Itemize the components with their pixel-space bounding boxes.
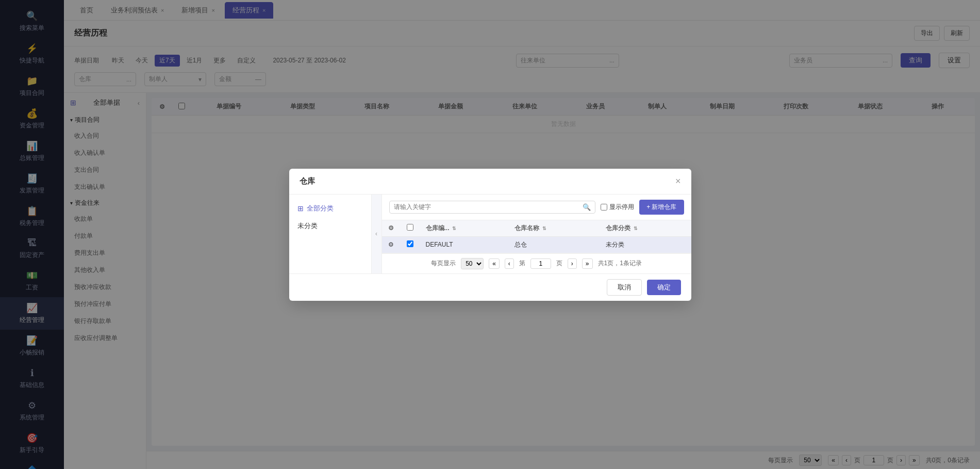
modal-total-label: 共1页，1条记录 — [598, 259, 642, 268]
modal-main: 🔍 显示停用 + 新增仓库 ⚙ — [382, 195, 691, 273]
row-name-cell: 总仓 — [508, 236, 600, 253]
modal-page-input[interactable] — [530, 258, 551, 269]
modal-sidebar-collapse-btn[interactable]: ‹ — [372, 195, 382, 273]
modal-col-code[interactable]: 仓库编... ⇅ — [420, 220, 509, 237]
table-row[interactable]: ⚙ DEFAULT 总仓 未分类 — [382, 236, 691, 253]
sort-arrows-category: ⇅ — [634, 226, 638, 231]
modal-next-btn[interactable]: › — [568, 258, 577, 269]
search-icon: 🔍 — [583, 203, 591, 211]
show-disabled-checkbox[interactable] — [601, 204, 607, 211]
row-gear-cell: ⚙ — [382, 236, 401, 253]
modal-search-box: 🔍 — [389, 201, 596, 214]
modal-table-area: ⚙ 仓库编... ⇅ 仓库名称 ⇅ — [382, 220, 691, 253]
row-category-cell: 未分类 — [600, 236, 691, 253]
modal-col-category[interactable]: 仓库分类 ⇅ — [600, 220, 691, 237]
modal-first-btn[interactable]: « — [489, 258, 500, 269]
row-code-cell: DEFAULT — [420, 236, 509, 253]
modal-sidebar-all[interactable]: ⊞ 全部分类 — [289, 200, 371, 217]
modal-close-button[interactable]: × — [675, 176, 681, 187]
modal-col-checkbox — [401, 220, 420, 237]
modal-title: 仓库 — [300, 176, 315, 186]
modal-pagination: 每页显示 50 « ‹ 第 页 › » 共1页，1条记录 — [382, 253, 691, 273]
sort-arrows-name: ⇅ — [542, 226, 546, 231]
row-checkbox[interactable] — [407, 240, 413, 247]
sort-arrows-code: ⇅ — [452, 226, 456, 231]
modal-body: ⊞ 全部分类 未分类 ‹ 🔍 — [289, 195, 691, 273]
modal-page-label: 第 — [519, 259, 525, 268]
modal-prev-btn[interactable]: ‹ — [505, 258, 514, 269]
modal-page-suffix: 页 — [556, 259, 562, 268]
modal-header: 仓库 × — [289, 169, 691, 195]
modal-toolbar: 🔍 显示停用 + 新增仓库 — [382, 195, 691, 220]
show-disabled-label[interactable]: 显示停用 — [601, 203, 634, 212]
add-warehouse-button[interactable]: + 新增仓库 — [639, 200, 684, 215]
row-checkbox-cell[interactable] — [401, 236, 420, 253]
confirm-button[interactable]: 确定 — [647, 280, 681, 295]
warehouse-modal: 仓库 × ⊞ 全部分类 未分类 ‹ — [289, 169, 691, 301]
cancel-button[interactable]: 取消 — [607, 279, 642, 296]
modal-per-page-select[interactable]: 50 — [461, 258, 484, 269]
modal-category-sidebar: ⊞ 全部分类 未分类 — [289, 195, 372, 273]
grid-icon: ⊞ — [297, 204, 304, 213]
modal-col-gear: ⚙ — [382, 220, 401, 237]
modal-col-name[interactable]: 仓库名称 ⇅ — [508, 220, 600, 237]
modal-warehouse-table: ⚙ 仓库编... ⇅ 仓库名称 ⇅ — [382, 220, 691, 253]
modal-select-all[interactable] — [407, 224, 413, 231]
modal-search-input[interactable] — [394, 203, 580, 211]
modal-actions: 取消 确定 — [289, 273, 691, 301]
modal-last-btn[interactable]: » — [582, 258, 593, 269]
modal-sidebar-unclassified[interactable]: 未分类 — [289, 217, 371, 235]
modal-overlay[interactable]: 仓库 × ⊞ 全部分类 未分类 ‹ — [0, 0, 980, 469]
